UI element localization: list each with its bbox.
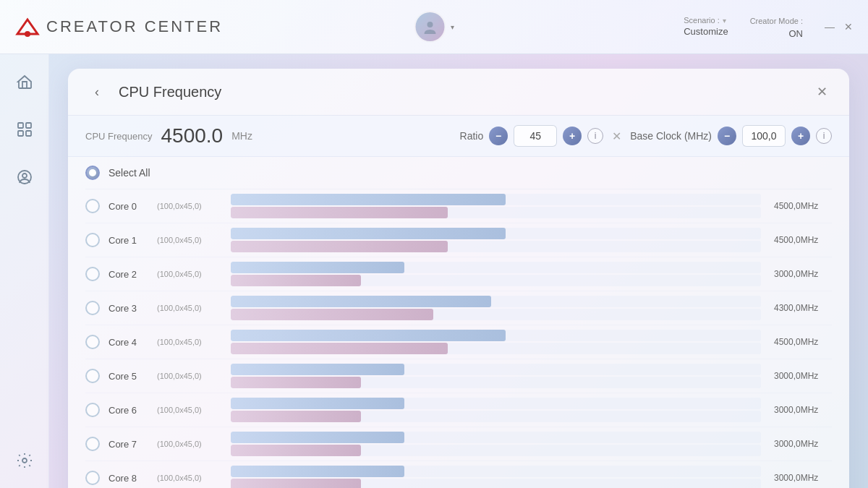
baseclock-info-button[interactable]: i (816, 128, 832, 144)
table-row[interactable]: Core 6 (100,0x45,0) 3000,0MHz (85, 393, 832, 427)
table-row[interactable]: Core 0 (100,0x45,0) 4500,0MHz (85, 189, 832, 223)
select-all-row[interactable]: Select All (85, 157, 832, 189)
table-row[interactable]: Core 7 (100,0x45,0) 3000,0MHz (85, 427, 832, 461)
bar-fill-blue-3 (231, 296, 491, 307)
core-freq-6: 3000,0MHz (774, 405, 832, 415)
bar-track-pink-8 (231, 479, 761, 488)
table-row[interactable]: Core 8 (100,0x45,0) 3000,0MHz (85, 461, 832, 488)
sidebar (0, 54, 49, 488)
sidebar-item-profile[interactable] (8, 160, 41, 194)
ratio-increase-button[interactable]: + (563, 127, 582, 145)
baseclock-input[interactable] (742, 125, 786, 147)
table-row[interactable]: Core 5 (100,0x45,0) 3000,0MHz (85, 359, 832, 393)
bar-fill-pink-8 (231, 479, 361, 488)
core-radio-6[interactable] (85, 403, 100, 417)
bar-fill-blue-5 (231, 364, 404, 375)
creator-mode-label: Creator Mode : (750, 17, 803, 25)
bar-track-pink-3 (231, 309, 761, 320)
core-freq-3: 4300,0MHz (774, 303, 832, 313)
core-params-3: (100,0x45,0) (157, 304, 222, 312)
minimize-button[interactable]: — (825, 22, 835, 32)
svg-point-8 (22, 174, 27, 178)
bar-fill-blue-0 (231, 194, 506, 205)
core-name-7: Core 7 (109, 439, 148, 450)
core-radio-8[interactable] (85, 471, 100, 485)
bar-track-pink-4 (231, 343, 761, 354)
bar-track-blue-6 (231, 398, 761, 409)
core-bar-area-1 (231, 228, 761, 252)
core-bar-area-5 (231, 364, 761, 388)
core-freq-2: 3000,0MHz (774, 269, 832, 279)
core-bar-area-0 (231, 194, 761, 218)
back-button[interactable]: ‹ (85, 80, 109, 103)
modal-title: CPU Frequency (119, 84, 221, 100)
core-params-5: (100,0x45,0) (157, 372, 222, 380)
bar-fill-blue-7 (231, 432, 404, 443)
core-radio-1[interactable] (85, 233, 100, 247)
core-radio-2[interactable] (85, 267, 100, 281)
svg-rect-4 (26, 123, 31, 128)
profile-dropdown-icon[interactable]: ▾ (451, 23, 454, 31)
core-name-2: Core 2 (109, 269, 148, 280)
core-radio-3[interactable] (85, 301, 100, 315)
core-freq-8: 3000,0MHz (774, 473, 832, 483)
core-radio-5[interactable] (85, 369, 100, 383)
sidebar-item-settings[interactable] (8, 444, 41, 477)
core-name-4: Core 4 (109, 337, 148, 348)
sidebar-item-apps[interactable] (8, 113, 41, 146)
modal-close-button[interactable]: ✕ (812, 82, 832, 102)
core-bar-area-8 (231, 466, 761, 488)
table-row[interactable]: Core 1 (100,0x45,0) 4500,0MHz (85, 223, 832, 257)
core-name-8: Core 8 (109, 473, 148, 484)
bar-track-blue-0 (231, 194, 761, 205)
title-bar: CREATOR CENTER ▾ Scenario : ▾ Customize … (0, 0, 868, 54)
bar-track-blue-3 (231, 296, 761, 307)
separator-x: ✕ (612, 129, 621, 143)
bar-fill-pink-5 (231, 377, 361, 388)
frequency-bar: CPU Frequency 4500.0 MHz Ratio − + i ✕ B… (68, 116, 849, 157)
select-all-label: Select All (109, 167, 150, 179)
scenario-dropdown-icon[interactable]: ▾ (723, 17, 726, 25)
baseclock-increase-button[interactable]: + (791, 127, 810, 145)
close-button[interactable]: ✕ (843, 22, 854, 32)
table-row[interactable]: Core 3 (100,0x45,0) 4300,0MHz (85, 291, 832, 325)
baseclock-decrease-button[interactable]: − (718, 127, 736, 145)
core-bar-area-6 (231, 398, 761, 422)
svg-rect-5 (18, 131, 23, 136)
core-radio-7[interactable] (85, 437, 100, 451)
cpu-freq-value: 4500.0 (161, 124, 223, 147)
msi-logo-icon (14, 14, 41, 40)
ratio-decrease-button[interactable]: − (489, 127, 508, 145)
core-name-5: Core 5 (109, 371, 148, 382)
bar-track-blue-5 (231, 364, 761, 375)
profile-area[interactable]: ▾ (414, 11, 454, 43)
core-radio-0[interactable] (85, 199, 100, 213)
svg-point-2 (427, 22, 433, 27)
select-all-radio[interactable] (85, 166, 100, 180)
bar-fill-pink-6 (231, 411, 361, 422)
bar-track-blue-7 (231, 432, 761, 443)
scenario-value: Customize (684, 26, 728, 37)
ratio-input[interactable] (514, 125, 557, 147)
scenario-area: Scenario : ▾ Customize (684, 16, 728, 38)
core-radio-4[interactable] (85, 335, 100, 349)
bar-fill-pink-3 (231, 309, 433, 320)
core-name-3: Core 3 (109, 303, 148, 314)
profile-avatar[interactable] (414, 11, 446, 43)
bar-track-blue-1 (231, 228, 761, 239)
bar-track-blue-8 (231, 466, 761, 477)
table-row[interactable]: Core 2 (100,0x45,0) 3000,0MHz (85, 257, 832, 291)
core-list: Select All Core 0 (100,0x45,0) 4500,0MHz… (68, 157, 849, 488)
core-bar-area-4 (231, 330, 761, 354)
bar-fill-pink-1 (231, 241, 448, 252)
scenario-label: Scenario : (684, 16, 720, 25)
bar-fill-blue-1 (231, 228, 506, 239)
table-row[interactable]: Core 4 (100,0x45,0) 4500,0MHz (85, 325, 832, 359)
core-bar-area-7 (231, 432, 761, 456)
window-controls: — ✕ (825, 22, 854, 32)
core-name-0: Core 0 (109, 201, 148, 212)
ratio-info-button[interactable]: i (587, 128, 603, 144)
sidebar-item-home[interactable] (8, 65, 41, 98)
bar-fill-pink-2 (231, 275, 361, 286)
core-name-6: Core 6 (109, 405, 148, 416)
